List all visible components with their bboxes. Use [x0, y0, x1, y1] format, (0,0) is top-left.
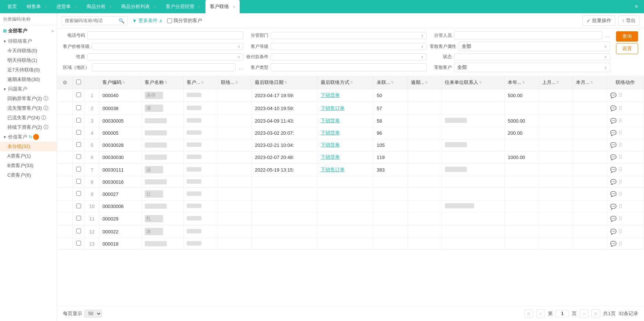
apps-icon[interactable]: ⠿: [619, 142, 622, 148]
apps-icon[interactable]: ⠿: [619, 167, 622, 173]
my-customers-checkbox[interactable]: [167, 18, 172, 23]
sidebar-item-a-class[interactable]: A类客户(1): [0, 151, 57, 161]
table-col-type[interactable]: 客户...⇅: [184, 76, 218, 89]
row-checkbox[interactable]: [76, 167, 81, 172]
tab-customer-segment[interactable]: 客户分层经营 ×: [161, 0, 205, 13]
reset-button[interactable]: 设置: [616, 43, 638, 54]
table-settings-col[interactable]: ⚙: [57, 76, 73, 89]
contact-method-link[interactable]: 下销货单: [321, 118, 340, 123]
sidebar-group-pending[interactable]: ▼ 待联络客户: [0, 36, 57, 46]
apps-icon[interactable]: ⠿: [619, 216, 622, 222]
table-col-code[interactable]: 客户编码⇅: [99, 76, 141, 89]
filter-input-phone[interactable]: [87, 31, 243, 39]
contact-method-link[interactable]: 下销货单: [321, 154, 340, 160]
sidebar-item-churn-risk[interactable]: 流失预警客户(3) ⓘ: [0, 103, 57, 113]
sidebar-all-customers[interactable]: ⊞ 全部客户 «: [0, 25, 57, 36]
apps-icon[interactable]: ⠿: [619, 241, 622, 247]
row-checkbox[interactable]: [76, 179, 81, 184]
more-dots-manager[interactable]: …: [605, 33, 610, 38]
chat-icon[interactable]: 💬: [610, 216, 616, 222]
row-checkbox[interactable]: [76, 105, 81, 110]
apps-icon[interactable]: ⠿: [619, 154, 622, 160]
table-col-this-month[interactable]: 本月...⇅: [573, 76, 607, 89]
batch-ops-button[interactable]: ✓ 批量操作: [583, 15, 615, 26]
filter-select-status[interactable]: ∨: [454, 53, 610, 60]
sidebar-item-tomorrow[interactable]: 明天待联络(1): [0, 56, 57, 65]
page-size-select[interactable]: 50: [84, 310, 102, 318]
filter-select-price-level[interactable]: ∨: [92, 43, 243, 50]
sidebar-group-problem[interactable]: ▼ 问题客户: [0, 84, 57, 94]
table-col-this-year[interactable]: 本年...⇅: [505, 76, 539, 89]
filter-select-sparse-attr[interactable]: 全部 ∨: [458, 42, 610, 51]
row-checkbox[interactable]: [76, 118, 81, 123]
row-checkbox[interactable]: [76, 241, 81, 246]
filter-search-icon[interactable]: 🔍: [119, 18, 124, 24]
filter-more-conditions[interactable]: ▼ 更多条件 ∧: [132, 17, 163, 24]
row-checkbox[interactable]: [76, 229, 81, 233]
table-col-contact[interactable]: 联络...⇅: [218, 76, 252, 89]
tab-product-analysis[interactable]: 商品分析 ×: [82, 0, 116, 13]
chat-icon[interactable]: 💬: [610, 130, 616, 136]
prev-page-button[interactable]: <: [536, 309, 545, 318]
row-checkbox[interactable]: [76, 216, 81, 221]
chat-icon[interactable]: 💬: [610, 118, 616, 124]
table-col-last-contact-method[interactable]: 最后联络方式⇅: [317, 76, 373, 89]
chat-icon[interactable]: 💬: [610, 167, 616, 173]
filter-input-region[interactable]: [92, 63, 236, 71]
close-tab-sales[interactable]: ×: [45, 4, 47, 9]
table-col-name[interactable]: 客户名称⇅: [141, 76, 183, 89]
contact-method-link[interactable]: 下销售订单: [321, 167, 345, 172]
tab-product-analysis-list[interactable]: 商品分析列表 ×: [117, 0, 160, 13]
first-page-button[interactable]: K: [524, 309, 533, 318]
table-col-last-contact-date[interactable]: 最后联络日期⇅: [252, 76, 318, 89]
contact-method-link[interactable]: 下销售订单: [321, 105, 345, 111]
sidebar-item-unclassified[interactable]: 未分组(32): [0, 142, 57, 151]
apps-icon[interactable]: ⠿: [619, 204, 622, 209]
sidebar-item-order-decline[interactable]: 持续下滑客户(2) ⓘ: [0, 123, 57, 132]
last-page-button[interactable]: K: [591, 309, 600, 318]
table-col-unit-contact[interactable]: 往来单位联系人⇅: [442, 76, 505, 89]
row-checkbox[interactable]: [76, 204, 81, 208]
sidebar-item-c-class[interactable]: C类客户(6): [0, 170, 57, 180]
close-tab-customer-contact[interactable]: ×: [233, 4, 235, 9]
filter-select-payment[interactable]: ∨: [271, 53, 427, 60]
page-input[interactable]: [556, 310, 569, 317]
tab-home[interactable]: 首页: [3, 0, 21, 13]
chat-icon[interactable]: 💬: [610, 229, 616, 234]
chat-icon[interactable]: 💬: [610, 105, 616, 111]
sidebar-item-b-class[interactable]: B类客户(33): [0, 161, 57, 170]
contact-method-link[interactable]: 下销货单: [321, 92, 340, 98]
tab-customer-contact[interactable]: 客户联络 ×: [205, 0, 239, 13]
apps-icon[interactable]: ⠿: [619, 229, 622, 234]
close-tab-customer-segment[interactable]: ×: [198, 4, 200, 9]
next-page-button[interactable]: >: [580, 309, 588, 318]
export-button[interactable]: ↑ 导出: [618, 15, 640, 26]
sidebar-item-lost[interactable]: 已流失客户(24) ⓘ: [0, 113, 57, 123]
row-checkbox[interactable]: [76, 154, 81, 159]
chat-icon[interactable]: 💬: [610, 179, 616, 185]
close-tab-purchase[interactable]: ×: [74, 4, 77, 9]
filter-select-nature[interactable]: ∨: [87, 53, 243, 60]
apps-icon[interactable]: ⠿: [619, 118, 622, 124]
contact-method-link[interactable]: 下销货单: [321, 130, 340, 135]
filter-select-customer-level[interactable]: ∨: [271, 43, 427, 50]
filter-select-dept[interactable]: ∨: [271, 32, 427, 39]
query-button[interactable]: 查询: [616, 31, 638, 42]
refresh-icon[interactable]: ↻: [29, 134, 32, 140]
row-checkbox[interactable]: [76, 92, 81, 97]
chat-icon[interactable]: 💬: [610, 241, 616, 247]
row-checkbox[interactable]: [76, 142, 81, 147]
apps-icon[interactable]: ⠿: [619, 92, 622, 98]
sidebar-item-today[interactable]: 今天待联络(0): [0, 46, 57, 56]
chat-icon[interactable]: 💬: [610, 204, 616, 209]
apps-icon[interactable]: ⠿: [619, 130, 622, 136]
window-close-button[interactable]: ×: [632, 3, 641, 10]
table-col-last-month[interactable]: 上月...⇅: [539, 76, 573, 89]
apps-icon[interactable]: ⠿: [619, 105, 622, 111]
sidebar-item-abnormal[interactable]: 回购异常客户(2) ⓘ: [0, 94, 57, 103]
tab-sales[interactable]: 销售单 ×: [22, 0, 51, 13]
filter-search-input[interactable]: [65, 18, 116, 23]
apps-icon[interactable]: ⠿: [619, 191, 622, 197]
filter-select-sparse[interactable]: 全部 ∨: [454, 63, 610, 72]
table-col-not-contacted[interactable]: 未联...⇅: [374, 76, 408, 89]
